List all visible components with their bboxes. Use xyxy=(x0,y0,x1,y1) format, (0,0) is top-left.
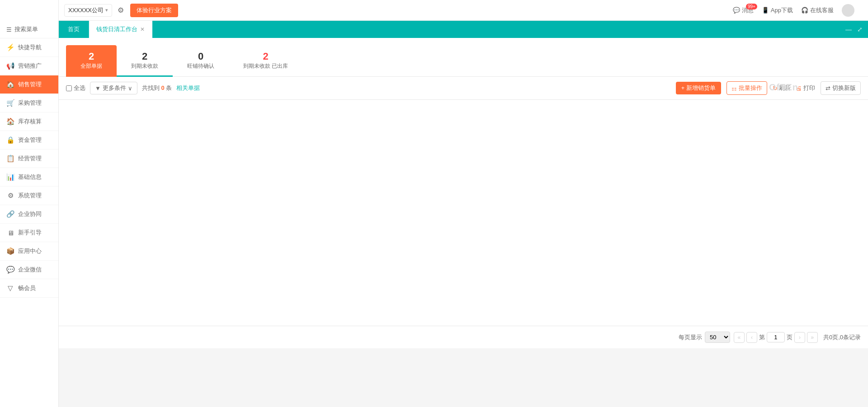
per-page-select[interactable]: 50 10 20 100 xyxy=(705,332,730,343)
card-label-overdue: 到期未收款 xyxy=(131,62,158,70)
sidebar-item-inventory[interactable]: 🏠 库存核算 xyxy=(0,112,58,131)
company-name: XXXXXX公司 xyxy=(68,6,104,14)
refresh-icon: ↻ xyxy=(773,85,778,92)
next-page-btn[interactable]: › xyxy=(794,332,805,343)
sidebar-item-quick-nav[interactable]: ⚡ 快捷导航 xyxy=(0,38,58,57)
card-count-wangpu: 0 xyxy=(198,51,203,62)
message-icon: 💬 xyxy=(733,7,740,14)
switch-icon: ⇄ xyxy=(826,85,830,92)
card-label-overdue-shipped: 到期未收款 已出库 xyxy=(243,62,288,70)
sidebar-item-member[interactable]: ▽ 畅会员 xyxy=(0,279,58,298)
page-label: 第 xyxy=(759,333,765,342)
tab-home-label: 首页 xyxy=(68,25,80,33)
status-card-wangpu[interactable]: 0 旺铺待确认 xyxy=(173,45,229,77)
sidebar-item-beginner[interactable]: 🖥 新手引导 xyxy=(0,224,58,242)
related-order-link[interactable]: 相关单据 xyxy=(176,84,200,92)
per-page: 每页显示 50 10 20 100 xyxy=(679,332,730,343)
tab-cash-flow-workbench[interactable]: 钱货日清工作台 ✕ xyxy=(89,21,152,38)
chevron-down-filter-icon: ∨ xyxy=(128,85,132,92)
toolbar-left: 全选 ▼ 更多条件 ∨ 共找到 0 条 相关单据 xyxy=(66,82,200,94)
online-service-button[interactable]: 🎧 在线客服 xyxy=(801,6,834,14)
sidebar-item-sales[interactable]: 🏠 销售管理 xyxy=(0,75,58,94)
add-sale-btn[interactable]: + 新增销货单 xyxy=(676,82,721,94)
app-center-icon: 📦 xyxy=(6,247,14,255)
print-icon: 🖨 xyxy=(796,85,802,92)
company-selector[interactable]: XXXXXX公司 ▾ xyxy=(64,4,112,17)
first-page-btn[interactable]: « xyxy=(734,332,745,343)
page-nav: « ‹ 第 页 › » 共0页,0条记录 xyxy=(734,332,861,343)
app-download-button[interactable]: 📱 App下载 xyxy=(762,6,793,14)
switch-new-version-btn[interactable]: ⇄ 切换新版 xyxy=(821,81,861,95)
sidebar-item-finance[interactable]: 🔒 资金管理 xyxy=(0,131,58,150)
sidebar-label: 库存核算 xyxy=(18,117,42,126)
main-content: 2 全部单据 2 到期未收款 0 旺铺待确认 2 到期未收款 已出库 全选 xyxy=(59,38,868,407)
sidebar-label: 资金管理 xyxy=(18,136,42,144)
total-info: 共0页,0条记录 xyxy=(823,333,861,342)
minimize-icon[interactable]: — xyxy=(844,24,854,35)
status-card-all[interactable]: 2 全部单据 xyxy=(66,45,117,77)
maximize-icon[interactable]: ⤢ xyxy=(855,24,864,35)
sidebar: ☰ 搜索菜单 ⚡ 快捷导航 📢 营销推广 🏠 销售管理 🛒 采购管理 🏠 库存核… xyxy=(0,0,59,407)
chevron-down-icon: ▾ xyxy=(105,7,108,13)
message-button[interactable]: 💬 消息 99+ xyxy=(733,6,754,14)
last-page-btn[interactable]: » xyxy=(807,332,818,343)
sidebar-label: 企业微信 xyxy=(18,266,42,274)
avatar[interactable] xyxy=(842,4,854,17)
batch-icon: ⚏ xyxy=(731,85,737,92)
sidebar-item-marketing[interactable]: 📢 营销推广 xyxy=(0,57,58,75)
status-cards: 2 全部单据 2 到期未收款 0 旺铺待确认 2 到期未收款 已出库 xyxy=(59,38,868,77)
sidebar-item-enterprise-collab[interactable]: 🔗 企业协同 xyxy=(0,205,58,224)
close-tab-icon[interactable]: ✕ xyxy=(140,26,145,33)
batch-op-btn[interactable]: ⚏ 批量操作 xyxy=(726,81,767,95)
select-all-input[interactable] xyxy=(66,85,72,91)
tab-home[interactable]: 首页 xyxy=(59,21,89,38)
batch-op-label: 批量操作 xyxy=(739,84,762,92)
settings-icon[interactable]: ⚙ xyxy=(116,4,126,16)
nav-actions: — ⤢ xyxy=(844,24,868,35)
sidebar-item-enterprise-wechat[interactable]: 💬 企业微信 xyxy=(0,261,58,279)
search-menu[interactable]: ☰ 搜索菜单 xyxy=(0,21,58,38)
sidebar-label: 新手引导 xyxy=(18,229,42,237)
card-count-overdue: 2 xyxy=(142,51,147,62)
purchase-icon: 🛒 xyxy=(6,99,14,107)
more-filter-label: 更多条件 xyxy=(103,84,126,92)
toolbar: 全选 ▼ 更多条件 ∨ 共找到 0 条 相关单据 + 新增销货单 ⚏ 批 xyxy=(59,77,868,100)
sidebar-item-operation[interactable]: 📋 经营管理 xyxy=(0,150,58,168)
content-area: 2 全部单据 2 到期未收款 0 旺铺待确认 2 到期未收款 已出库 全选 xyxy=(59,38,868,348)
lightning-icon: ⚡ xyxy=(6,43,14,51)
select-all-checkbox[interactable]: 全选 xyxy=(66,84,85,92)
print-btn[interactable]: 🖨 打印 xyxy=(796,84,815,92)
finance-icon: 🔒 xyxy=(6,136,14,144)
sidebar-label: 基础信息 xyxy=(18,173,42,181)
per-page-label: 每页显示 xyxy=(679,333,702,342)
search-menu-label: 搜索菜单 xyxy=(14,25,38,33)
system-icon: ⚙ xyxy=(6,192,14,200)
pagination: 每页显示 50 10 20 100 « ‹ 第 页 › » 共0页,0条记录 xyxy=(59,326,868,348)
operation-icon: 📋 xyxy=(6,154,14,163)
prev-page-btn[interactable]: ‹ xyxy=(746,332,757,343)
sidebar-label: 系统管理 xyxy=(18,192,42,200)
trial-button[interactable]: 体验行业方案 xyxy=(130,4,178,17)
message-badge: 99+ xyxy=(746,4,757,9)
status-card-overdue-shipped[interactable]: 2 到期未收款 已出库 xyxy=(229,45,302,77)
marketing-icon: 📢 xyxy=(6,62,14,70)
sidebar-item-app-center[interactable]: 📦 应用中心 xyxy=(0,242,58,261)
collab-icon: 🔗 xyxy=(6,210,14,218)
page-suffix: 页 xyxy=(787,333,793,342)
inventory-icon: 🏠 xyxy=(6,117,14,126)
sidebar-item-basic-info[interactable]: 📊 基础信息 xyxy=(0,168,58,187)
sidebar-item-purchase[interactable]: 🛒 采购管理 xyxy=(0,94,58,112)
member-icon: ▽ xyxy=(6,284,14,292)
nav-tabs: 首页 钱货日清工作台 ✕ — ⤢ xyxy=(59,21,868,38)
sidebar-label: 采购管理 xyxy=(18,99,42,107)
sidebar-item-system[interactable]: ⚙ 系统管理 xyxy=(0,187,58,205)
found-count: 0 xyxy=(161,84,165,91)
refresh-btn[interactable]: ↻ 刷新 xyxy=(773,84,791,92)
search-icon: ☰ xyxy=(6,26,12,33)
app-download-label: App下载 xyxy=(771,6,793,14)
status-card-overdue[interactable]: 2 到期未收款 xyxy=(117,45,173,77)
page-input[interactable] xyxy=(767,332,785,342)
refresh-label: 刷新 xyxy=(779,84,791,92)
top-header: 畅 畅捷通好生意 标准版 XXXXXX公司 ▾ ⚙ 体验行业方案 💬 消息 99… xyxy=(0,0,868,21)
more-filter-btn[interactable]: ▼ 更多条件 ∨ xyxy=(90,82,137,94)
